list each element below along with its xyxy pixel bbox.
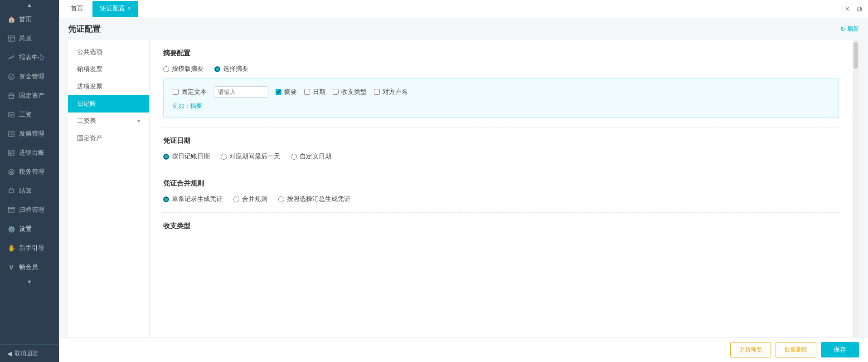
sidebar-item-label: 工资 xyxy=(19,111,32,119)
svg-rect-5 xyxy=(9,95,14,98)
tab-home[interactable]: 首页 xyxy=(63,1,91,17)
checkbox-summary-input[interactable] xyxy=(276,89,281,95)
checkbox-fixed-text-label: 固定文本 xyxy=(181,88,207,96)
nav-item-fixed-assets[interactable]: 固定资产 xyxy=(68,130,149,147)
refresh-button[interactable]: ↻ 刷新 xyxy=(840,25,859,33)
sidebar-item-invoice-mgmt[interactable]: 发票管理 xyxy=(0,124,59,143)
checkbox-counterpart[interactable]: 对方户名 xyxy=(374,88,408,96)
tab-restore-button[interactable]: ⧉ xyxy=(855,4,863,14)
checkbox-summary-label: 摘要 xyxy=(284,88,297,96)
refresh-icon: ↻ xyxy=(840,26,845,33)
checkbox-date-input[interactable] xyxy=(304,89,310,95)
tab-bar-actions: × ⧉ xyxy=(844,4,863,14)
checkbox-income-type[interactable]: 收支类型 xyxy=(333,88,367,96)
checkbox-counterpart-label: 对方户名 xyxy=(383,88,408,96)
nav-item-sales-invoice[interactable]: 销项发票 xyxy=(68,61,149,78)
radio-last-day-input[interactable] xyxy=(221,154,227,160)
section-title-merge-rules: 凭证合并规则 xyxy=(163,179,839,188)
radio-by-journal-date-input[interactable] xyxy=(163,154,169,160)
radio-merge-rule-input[interactable] xyxy=(233,196,239,202)
checkbox-date[interactable]: 日期 xyxy=(304,88,325,96)
chevron-down-icon: ▾ xyxy=(137,118,140,124)
sidebar-item-payroll[interactable]: 工资 xyxy=(0,105,59,124)
checkbox-summary[interactable]: 摘要 xyxy=(276,88,297,96)
svg-rect-18 xyxy=(9,189,14,193)
member-icon: V xyxy=(7,263,15,271)
bottom-bar: 更新预览 批量删除 保存 xyxy=(59,337,868,362)
tab-close-button[interactable]: × xyxy=(128,5,131,12)
tab-active-label: 凭证配置 xyxy=(100,5,125,13)
checkbox-fixed-text[interactable]: 固定文本 xyxy=(173,88,207,96)
radio-last-day[interactable]: 对应期间最后一天 xyxy=(221,152,280,161)
nav-item-journal[interactable]: 日记账 xyxy=(68,95,149,113)
summary-mode-radio-group: 按模版摘要 选择摘要 xyxy=(163,65,839,73)
radio-template-summary[interactable]: 按模版摘要 xyxy=(163,65,204,73)
checkbox-counterpart-input[interactable] xyxy=(374,89,380,95)
nav-item-fixed-assets-label: 固定资产 xyxy=(77,134,102,142)
nav-item-public[interactable]: 公共选项 xyxy=(68,44,149,61)
refresh-label: 刷新 xyxy=(847,25,859,33)
sidebar-item-home[interactable]: 🏠 首页 xyxy=(0,10,59,29)
svg-text:税: 税 xyxy=(10,171,13,175)
sidebar-item-label: 资金管理 xyxy=(19,73,44,81)
pin-icon: ◀ xyxy=(7,350,12,357)
radio-by-journal-date-label: 按日记账日期 xyxy=(172,152,210,161)
merge-rules-radio-group: 单条记录生成凭证 合并规则 按照选择汇总生成凭证 xyxy=(163,195,839,203)
sidebar-item-assets[interactable]: 固定资产 xyxy=(0,86,59,105)
fixed-text-input[interactable] xyxy=(214,86,268,98)
checkbox-income-type-input[interactable] xyxy=(333,89,339,95)
sidebar-item-ledger[interactable]: 总账 xyxy=(0,29,59,48)
svg-rect-20 xyxy=(8,207,15,209)
batch-delete-button[interactable]: 批量删除 xyxy=(776,342,816,357)
checkbox-fixed-text-input[interactable] xyxy=(173,89,179,95)
radio-custom-date[interactable]: 自定义日期 xyxy=(291,152,331,161)
sidebar-item-finance[interactable]: ¥ 资金管理 xyxy=(0,67,59,86)
svg-rect-9 xyxy=(9,131,14,137)
sidebar-item-close[interactable]: 结账 xyxy=(0,181,59,201)
tab-close-window-button[interactable]: × xyxy=(844,4,851,14)
save-button[interactable]: 保存 xyxy=(821,342,859,357)
section-merge-rules: 凭证合并规则 单条记录生成凭证 合并规则 xyxy=(163,179,839,213)
sidebar-item-archive[interactable]: 归档管理 xyxy=(0,201,59,220)
radio-single-record[interactable]: 单条记录生成凭证 xyxy=(163,195,223,203)
tab-voucher-config[interactable]: 凭证配置 × xyxy=(92,1,138,17)
page-title: 凭证配置 xyxy=(68,24,101,34)
sidebar-item-label: 归档管理 xyxy=(19,206,44,214)
sidebar-item-sales-ledger[interactable]: 进销台账 xyxy=(0,143,59,162)
scrollbar-track[interactable] xyxy=(853,40,859,337)
sidebar-item-guide[interactable]: ✋ 新手引导 xyxy=(0,239,59,258)
sidebar-unpin-button[interactable]: ◀ 取消固定 xyxy=(0,344,59,362)
checkbox-income-type-label: 收支类型 xyxy=(341,88,367,96)
svg-rect-6 xyxy=(9,113,14,117)
radio-template-input[interactable] xyxy=(163,66,169,72)
sidebar-scroll-down[interactable]: ▼ xyxy=(0,277,59,287)
sidebar-scroll-up[interactable]: ▲ xyxy=(0,0,59,10)
nav-item-payroll-table[interactable]: 工资表 ▾ xyxy=(68,113,149,130)
sidebar-item-member[interactable]: V 畅会员 xyxy=(0,258,59,277)
summary-example-text: 例如：摘要 xyxy=(173,102,829,110)
page-header: 凭证配置 ↻ 刷新 xyxy=(59,18,868,34)
radio-by-selection-input[interactable] xyxy=(278,196,284,202)
radio-by-journal-date[interactable]: 按日记账日期 xyxy=(163,152,210,161)
ledger-icon xyxy=(7,34,15,43)
radio-by-selection[interactable]: 按照选择汇总生成凭证 xyxy=(278,195,350,203)
tab-bar: 首页 凭证配置 × × ⧉ xyxy=(59,0,868,18)
sidebar-item-tax[interactable]: 税 税务管理 xyxy=(0,162,59,181)
radio-custom-date-input[interactable] xyxy=(291,154,297,160)
tax-icon: 税 xyxy=(7,168,15,176)
nav-item-purchase-invoice[interactable]: 进项发票 xyxy=(68,78,149,95)
nav-item-payroll-table-label: 工资表 xyxy=(77,117,96,125)
radio-last-day-label: 对应期间最后一天 xyxy=(229,152,280,161)
svg-rect-12 xyxy=(9,150,14,156)
sales-ledger-icon xyxy=(7,149,15,157)
sidebar-item-reports[interactable]: 报表中心 xyxy=(0,48,59,67)
settings-icon: ⚙️ xyxy=(7,225,15,233)
sidebar-item-label: 畅会员 xyxy=(19,263,38,271)
radio-select-summary[interactable]: 选择摘要 xyxy=(214,65,248,73)
sidebar-item-settings[interactable]: ⚙️ 设置 xyxy=(0,220,59,239)
scrollbar-thumb[interactable] xyxy=(853,42,858,69)
update-preview-button[interactable]: 更新预览 xyxy=(730,342,771,357)
radio-merge-rule[interactable]: 合并规则 xyxy=(233,195,267,203)
radio-select-input[interactable] xyxy=(214,66,220,72)
radio-single-record-input[interactable] xyxy=(163,196,169,202)
